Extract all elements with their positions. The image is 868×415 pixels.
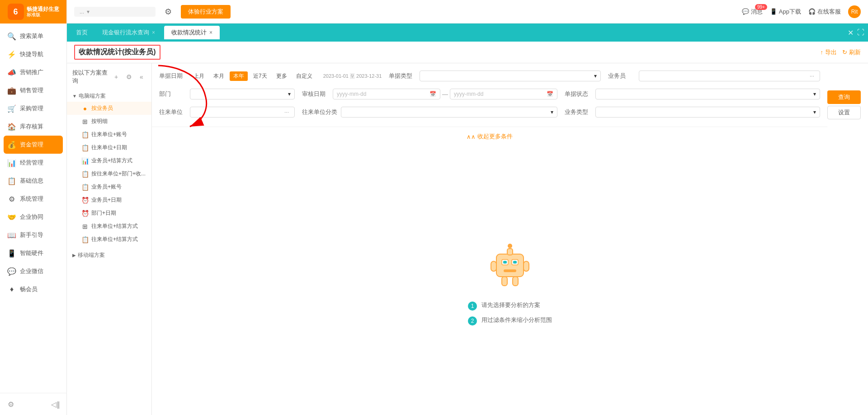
docstatus-select[interactable]: ▾ bbox=[595, 89, 820, 99]
user-avatar-area[interactable]: Rit bbox=[848, 5, 861, 18]
date-btn-custom[interactable]: 自定义 bbox=[292, 71, 316, 81]
filter-group-biztype: 业务类型 ▾ bbox=[565, 107, 820, 118]
doctype-select[interactable]: ▾ bbox=[420, 71, 601, 81]
app-name: 畅捷通好生意 bbox=[27, 6, 59, 12]
sidebar-item-wechat[interactable]: 💬 企业微信 bbox=[0, 262, 66, 280]
collapse-panel-btn[interactable]: « bbox=[137, 72, 146, 81]
salesperson-scheme-icon: ● bbox=[81, 105, 89, 112]
filter-row-1: 单据日期 上月 本月 本年 近7天 更多 自定义 bbox=[159, 71, 820, 81]
left-panel-header: 按以下方案查询 + ⚙ « bbox=[67, 69, 151, 89]
tree-item-unit-date[interactable]: 📋 往来单位+日期 bbox=[67, 141, 151, 154]
tree-item-detail-label: 按明细 bbox=[91, 118, 108, 125]
refresh-btn[interactable]: ↻ 刷新 bbox=[842, 48, 861, 57]
tab-cashflow-close[interactable]: × bbox=[152, 29, 155, 36]
tree-item-unit-settle2[interactable]: 📋 往来单位+结算方式 bbox=[67, 233, 151, 246]
sidebar-item-marketing[interactable]: 📣 营销推广 bbox=[0, 63, 66, 81]
sidebar-item-member[interactable]: ♦ 畅会员 bbox=[0, 280, 66, 298]
basics-icon: 📋 bbox=[7, 176, 16, 185]
date-btn-more[interactable]: 更多 bbox=[273, 71, 291, 81]
message-badge: 99+ bbox=[755, 4, 767, 10]
online-service-btn[interactable]: 🎧 在线客服 bbox=[808, 8, 841, 16]
gear-btn[interactable]: ⚙ bbox=[161, 5, 175, 19]
query-btn[interactable]: 查询 bbox=[827, 90, 861, 104]
filter-group-salesperson: 业务员 ··· bbox=[608, 71, 820, 81]
maximize-icon[interactable]: ⛶ bbox=[857, 28, 864, 37]
sidebar-item-finance[interactable]: 💰 资金管理 bbox=[4, 136, 63, 154]
sidebar-item-newbie[interactable]: 📖 新手引导 bbox=[0, 226, 66, 244]
tree-desktop-header[interactable]: ▼ 电脑端方案 bbox=[67, 90, 151, 102]
filter-group-date: 单据日期 上月 本月 本年 近7天 更多 自定义 bbox=[159, 71, 316, 81]
message-btn[interactable]: 💬 消息 99+ bbox=[742, 8, 763, 16]
svg-rect-6 bbox=[507, 249, 513, 255]
sidebar-item-quicknav[interactable]: ⚡ 快捷导航 bbox=[0, 45, 66, 63]
scheme-settings-btn[interactable]: ⚙ bbox=[124, 72, 133, 81]
app-logo: 6 畅捷通好生意 标准版 bbox=[0, 0, 66, 24]
tree-item-sales-date[interactable]: ⏰ 业务员+日期 bbox=[67, 193, 151, 207]
sidebar-label-finance: 资金管理 bbox=[20, 141, 43, 149]
counterpart-more-icon[interactable]: ··· bbox=[284, 109, 289, 115]
download-icon: 📱 bbox=[770, 8, 777, 15]
date-btn-this-month[interactable]: 本月 bbox=[210, 71, 228, 81]
tree-item-sales-settle[interactable]: 📊 业务员+结算方式 bbox=[67, 154, 151, 167]
sidebar-label-management: 经营管理 bbox=[20, 159, 43, 167]
tree-item-sales-account[interactable]: 📋 业务员+账号 bbox=[67, 180, 151, 193]
close-window-icon[interactable]: ✕ bbox=[848, 28, 854, 37]
page-actions: ↑ 导出 ↻ 刷新 bbox=[821, 48, 861, 57]
tree-item-dept-date[interactable]: ⏰ 部门+日期 bbox=[67, 207, 151, 220]
sidebar-item-search[interactable]: 🔍 搜索菜单 bbox=[0, 27, 66, 45]
collapse-bar[interactable]: ∧∧ 收起更多条件 bbox=[152, 127, 827, 146]
sidebar-label-purchase: 采购管理 bbox=[20, 104, 43, 113]
sidebar-item-inventory[interactable]: 🏠 库存核算 bbox=[0, 118, 66, 136]
svg-rect-3 bbox=[503, 261, 507, 264]
sidebar-item-purchase[interactable]: 🛒 采购管理 bbox=[0, 99, 66, 118]
settings-bottom-icon[interactable]: ⚙ bbox=[4, 397, 18, 411]
filter-group-doctype: 单据类型 ▾ bbox=[389, 71, 601, 81]
audit-date-to[interactable]: yyyy-mm-dd 📅 bbox=[450, 89, 557, 99]
sidebar-item-collab[interactable]: 🤝 企业协同 bbox=[0, 208, 66, 226]
audit-date-from[interactable]: yyyy-mm-dd 📅 bbox=[333, 89, 440, 99]
app-download-btn[interactable]: 📱 App下载 bbox=[770, 8, 801, 16]
panel-title: 按以下方案查询 bbox=[72, 69, 108, 85]
date-btn-last-month[interactable]: 上月 bbox=[190, 71, 208, 81]
filter-content: 单据日期 上月 本月 本年 近7天 更多 自定义 bbox=[152, 63, 827, 146]
address-bar[interactable]: ... ▾ bbox=[74, 7, 156, 17]
collapse-sidebar-btn[interactable]: ◁‖ bbox=[48, 397, 63, 411]
tree-item-unit-account[interactable]: 📋 往来单位+账号 bbox=[67, 128, 151, 141]
sidebar-item-sales[interactable]: 💼 销售管理 bbox=[0, 81, 66, 99]
filter-settings-btn[interactable]: 设置 bbox=[827, 106, 861, 119]
tab-home[interactable]: 首页 bbox=[71, 26, 93, 39]
sidebar: 6 畅捷通好生意 标准版 🔍 搜索菜单 ⚡ 快捷导航 📣 营销推广 💼 销售管理 bbox=[0, 0, 67, 415]
filter-row-2: 部门 ▾ 审核日期 bbox=[159, 89, 820, 99]
biztype-select[interactable]: ▾ bbox=[595, 107, 820, 118]
counterpart-select[interactable]: ··· bbox=[190, 107, 295, 118]
trial-btn[interactable]: 体验行业方案 bbox=[181, 5, 231, 19]
date-btn-this-year[interactable]: 本年 bbox=[230, 71, 248, 81]
collapse-label: 收起更多条件 bbox=[477, 132, 513, 141]
tree-item-salesperson[interactable]: ● 按业务员 bbox=[67, 102, 151, 115]
tree-item-detail[interactable]: ⊞ 按明细 bbox=[67, 115, 151, 128]
salesperson-select[interactable]: ··· bbox=[639, 71, 820, 81]
date-btn-7days[interactable]: 近7天 bbox=[250, 71, 271, 81]
sidebar-item-basics[interactable]: 📋 基础信息 bbox=[0, 172, 66, 190]
tree-item-unit-dept-collect[interactable]: 📋 按往来单位+部门+收... bbox=[67, 167, 151, 180]
filter-panel: 单据日期 上月 本月 本年 近7天 更多 自定义 bbox=[152, 63, 868, 415]
system-icon: ⚙ bbox=[7, 194, 16, 203]
dept-select[interactable]: ▾ bbox=[190, 89, 295, 99]
message-icon: 💬 bbox=[742, 8, 749, 15]
tab-receipts-close[interactable]: × bbox=[209, 29, 212, 36]
sidebar-item-hardware[interactable]: 📱 智能硬件 bbox=[0, 244, 66, 262]
sidebar-item-system[interactable]: ⚙ 系统管理 bbox=[0, 190, 66, 208]
tab-cashflow-label: 现金银行流水查询 bbox=[102, 28, 149, 37]
audit-from-placeholder: yyyy-mm-dd bbox=[337, 91, 366, 97]
export-btn[interactable]: ↑ 导出 bbox=[821, 48, 837, 57]
tab-receipts[interactable]: 收款情况统计 × bbox=[164, 26, 220, 39]
tree-item-unit-settle1[interactable]: ⊞ 往来单位+结算方式 bbox=[67, 220, 151, 233]
tab-cashflow[interactable]: 现金银行流水查询 × bbox=[95, 26, 162, 39]
tree-mobile-header[interactable]: ▶ 移动端方案 bbox=[67, 250, 151, 261]
svg-rect-0 bbox=[496, 254, 524, 277]
counterpart-cat-select[interactable]: ▾ bbox=[341, 107, 557, 118]
add-scheme-btn[interactable]: + bbox=[112, 72, 121, 81]
salesperson-more-icon[interactable]: ··· bbox=[810, 73, 814, 79]
sidebar-nav: 🔍 搜索菜单 ⚡ 快捷导航 📣 营销推广 💼 销售管理 🛒 采购管理 🏠 bbox=[0, 24, 66, 393]
sidebar-item-management[interactable]: 📊 经营管理 bbox=[0, 154, 66, 172]
